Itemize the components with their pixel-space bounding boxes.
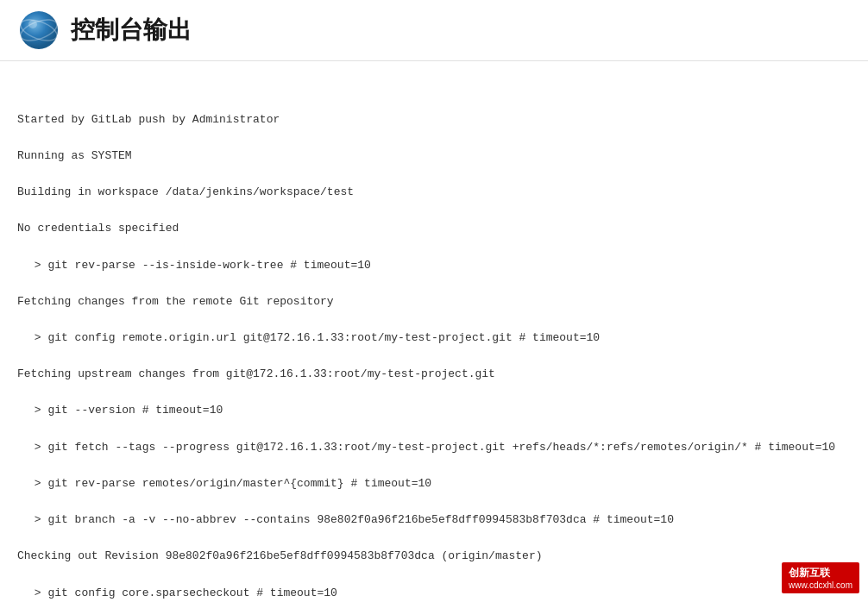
console-line: > git rev-parse remotes/origin/master^{c… xyxy=(17,474,851,492)
console-line: > git rev-parse --is-inside-work-tree # … xyxy=(17,256,851,274)
console-line: Fetching changes from the remote Git rep… xyxy=(17,292,851,310)
header: 控制台输出 xyxy=(0,0,868,61)
watermark-line2: www.cdcxhl.com xyxy=(789,580,852,590)
svg-point-3 xyxy=(28,20,37,28)
console-line: > git fetch --tags --progress git@172.16… xyxy=(17,438,851,456)
content-area: Started by GitLab push by Administrator … xyxy=(0,61,868,602)
console-icon xyxy=(17,9,60,52)
watermark-line1: 创新互联 xyxy=(789,566,852,580)
console-line: Started by GitLab push by Administrator xyxy=(17,110,851,129)
console-line: > git branch -a -v --no-abbrev --contain… xyxy=(17,511,851,529)
page-container: 控制台输出 Started by GitLab push by Administ… xyxy=(0,0,868,602)
console-line: Running as SYSTEM xyxy=(17,147,851,165)
svg-point-0 xyxy=(20,11,58,49)
page-title: 控制台输出 xyxy=(71,14,192,47)
watermark: 创新互联 www.cdcxhl.com xyxy=(782,562,859,593)
console-line: > git config remote.origin.url git@172.1… xyxy=(17,329,851,347)
console-line: No credentials specified xyxy=(17,219,851,237)
console-line: Building in workspace /data/jenkins/work… xyxy=(17,183,851,201)
console-line: Fetching upstream changes from git@172.1… xyxy=(17,365,851,383)
console-line: > git --version # timeout=10 xyxy=(17,401,851,419)
console-line: Checking out Revision 98e802f0a96f216be5… xyxy=(17,547,851,565)
console-output: Started by GitLab push by Administrator … xyxy=(17,74,851,602)
console-line: > git config core.sparsecheckout # timeo… xyxy=(17,584,851,602)
